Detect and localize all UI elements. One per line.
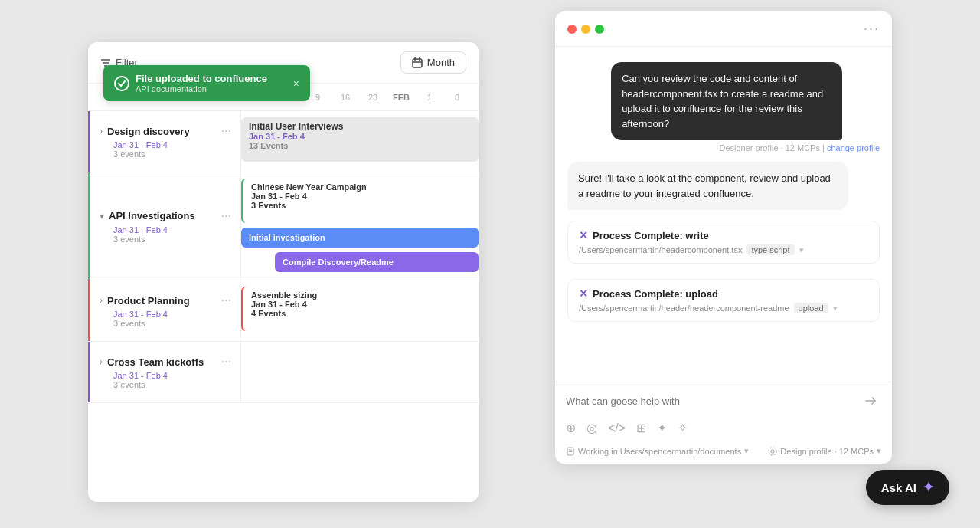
chat-body: Can you review the code and content of h… xyxy=(555,47,892,382)
window-maximize-dot[interactable] xyxy=(595,25,604,34)
chevron-right-icon[interactable]: › xyxy=(100,126,103,136)
project-name: Cross Team kickoffs xyxy=(107,356,204,368)
attachment-icon[interactable]: ⊕ xyxy=(566,421,576,435)
project-date: Jan 31 - Feb 4 xyxy=(113,371,231,380)
chat-panel: ··· Can you review the code and content … xyxy=(555,11,892,464)
event-date: Jan 31 - Feb 4 xyxy=(251,192,466,201)
event-count: 3 Events xyxy=(251,201,466,210)
table-row: ▾ API Investigations ··· Jan 31 - Feb 4 … xyxy=(88,172,479,280)
toast-success-icon xyxy=(114,76,129,91)
chat-more-button[interactable]: ··· xyxy=(864,21,880,37)
feb-label: FEB xyxy=(387,93,416,102)
event-bar-compile-discovery[interactable]: Compile Discovery/Readme xyxy=(275,252,479,272)
toast-subtitle: API documentation xyxy=(136,84,287,93)
user-meta-text: Designer profile · 12 MCPs | xyxy=(719,143,824,152)
toast-close-button[interactable]: × xyxy=(293,77,299,90)
process-expand-icon[interactable]: ▾ xyxy=(833,303,838,313)
event-date: Jan 31 - Feb 4 xyxy=(251,300,466,309)
project-timeline-product-planning: Assemble sizing Jan 31 - Feb 4 4 Events xyxy=(241,280,479,341)
event-bar-assemble-sizing[interactable]: Assemble sizing Jan 31 - Feb 4 4 Events xyxy=(241,287,474,331)
preview-icon[interactable]: ◎ xyxy=(586,421,597,435)
svg-point-12 xyxy=(769,448,776,455)
process-expand-icon[interactable]: ▾ xyxy=(799,245,804,255)
process-complete-icon: ✕ xyxy=(579,287,588,300)
toast-notification: File uploaded to confluence API document… xyxy=(103,65,310,101)
ai-message-bubble: Sure! I'll take a look at the component,… xyxy=(567,162,848,210)
date-23: 23 xyxy=(359,93,387,102)
process-card-upload: ✕ Process Complete: upload /Users/spence… xyxy=(567,279,880,322)
chat-input-row xyxy=(566,390,881,418)
calendar-rows: › Design discovery ··· Jan 31 - Feb 4 3 … xyxy=(88,111,479,502)
project-more-button[interactable]: ··· xyxy=(221,209,231,223)
project-more-button[interactable]: ··· xyxy=(221,124,231,138)
date-1: 1 xyxy=(416,93,443,102)
process-tag-upload: upload xyxy=(794,303,828,313)
project-more-button[interactable]: ··· xyxy=(221,294,231,307)
process-path-text: /Users/spencermartin/headercomponent.tsx xyxy=(579,245,742,254)
project-events: 3 events xyxy=(113,149,231,159)
ask-ai-label: Ask AI xyxy=(881,481,916,494)
process-tag-write: type script xyxy=(746,244,794,255)
chevron-right-icon[interactable]: › xyxy=(100,356,103,367)
window-close-dot[interactable] xyxy=(567,25,577,34)
project-info-cross-team: › Cross Team kickoffs ··· Jan 31 - Feb 4… xyxy=(88,342,241,402)
project-timeline-design-discovery: Initial User Interviews Jan 31 - Feb 4 1… xyxy=(241,111,479,172)
project-info-api-investigations: ▾ API Investigations ··· Jan 31 - Feb 4 … xyxy=(88,172,241,280)
ask-ai-star-icon: ✦ xyxy=(923,479,934,496)
sparkle-icon[interactable]: ✦ xyxy=(657,421,667,435)
process-status-upload: Process Complete: upload xyxy=(593,288,718,300)
send-button[interactable] xyxy=(860,390,881,412)
event-title: Chinese New Year Campaign xyxy=(251,182,466,192)
event-bar-initial-user-interviews[interactable]: Initial User Interviews Jan 31 - Feb 4 1… xyxy=(241,117,479,162)
project-events: 3 events xyxy=(113,380,231,389)
grid-icon[interactable]: ⊞ xyxy=(636,421,646,435)
project-info-design-discovery: › Design discovery ··· Jan 31 - Feb 4 3 … xyxy=(88,111,241,172)
process-complete-icon: ✕ xyxy=(579,229,588,241)
window-minimize-dot[interactable] xyxy=(581,25,590,34)
chat-input[interactable] xyxy=(566,395,854,407)
project-events: 3 events xyxy=(113,234,231,244)
user-message-bubble: Can you review the code and content of h… xyxy=(611,62,842,140)
month-button[interactable]: Month xyxy=(400,51,466,74)
event-bar-chinese-campaign[interactable]: Chinese New Year Campaign Jan 31 - Feb 4… xyxy=(241,179,474,223)
project-name: Product Planning xyxy=(107,295,190,307)
project-more-button[interactable]: ··· xyxy=(221,355,231,369)
process-title-upload: ✕ Process Complete: upload xyxy=(579,287,868,300)
event-title: Assemble sizing xyxy=(251,290,466,300)
event-date: Jan 31 - Feb 4 xyxy=(249,132,471,141)
svg-rect-3 xyxy=(413,59,422,67)
settings-icon xyxy=(768,447,777,456)
process-path-upload: /Users/spencermartin/header/headercompon… xyxy=(579,303,868,313)
expand-directory-icon[interactable]: ▾ xyxy=(744,446,749,456)
chat-toolbar: ⊕ ◎ </> ⊞ ✦ ✧ xyxy=(566,418,881,437)
expand-profile-icon[interactable]: ▾ xyxy=(877,446,881,456)
project-events: 3 events xyxy=(113,319,231,328)
working-directory: Working in Users/spencermartin/documents xyxy=(578,447,741,456)
process-title-write: ✕ Process Complete: write xyxy=(579,229,868,241)
change-profile-link[interactable]: change profile xyxy=(827,143,880,152)
table-row: › Design discovery ··· Jan 31 - Feb 4 3 … xyxy=(88,111,479,172)
ask-ai-button[interactable]: Ask AI ✦ xyxy=(866,470,949,505)
user-message-meta: Designer profile · 12 MCPs | change prof… xyxy=(611,143,880,152)
project-name: API Investigations xyxy=(109,210,195,221)
chevron-right-icon[interactable]: › xyxy=(100,295,103,306)
magic-icon[interactable]: ✧ xyxy=(678,421,688,435)
event-bar-label: Initial investigation xyxy=(249,233,325,242)
chat-footer: Working in Users/spencermartin/documents… xyxy=(555,441,892,464)
event-bar-initial-investigation[interactable]: Initial investigation xyxy=(241,228,479,248)
project-date: Jan 31 - Feb 4 xyxy=(113,310,231,319)
date-16: 16 xyxy=(332,93,359,102)
chat-input-area: ⊕ ◎ </> ⊞ ✦ ✧ xyxy=(555,382,892,441)
toast-content: File uploaded to confluence API document… xyxy=(136,73,287,93)
table-row: › Cross Team kickoffs ··· Jan 31 - Feb 4… xyxy=(88,342,479,403)
user-message-container: Can you review the code and content of h… xyxy=(611,62,880,152)
table-row: › Product Planning ··· Jan 31 - Feb 4 3 … xyxy=(88,280,479,342)
event-bar-label: Compile Discovery/Readme xyxy=(283,257,394,267)
project-timeline-cross-team xyxy=(241,342,479,402)
event-title: Initial User Interviews xyxy=(249,121,471,132)
toast-title: File uploaded to confluence xyxy=(136,73,287,84)
code-icon[interactable]: </> xyxy=(608,421,626,435)
chat-titlebar: ··· xyxy=(555,11,892,47)
process-card-write: ✕ Process Complete: write /Users/spencer… xyxy=(567,221,880,264)
chevron-down-icon[interactable]: ▾ xyxy=(100,211,104,221)
